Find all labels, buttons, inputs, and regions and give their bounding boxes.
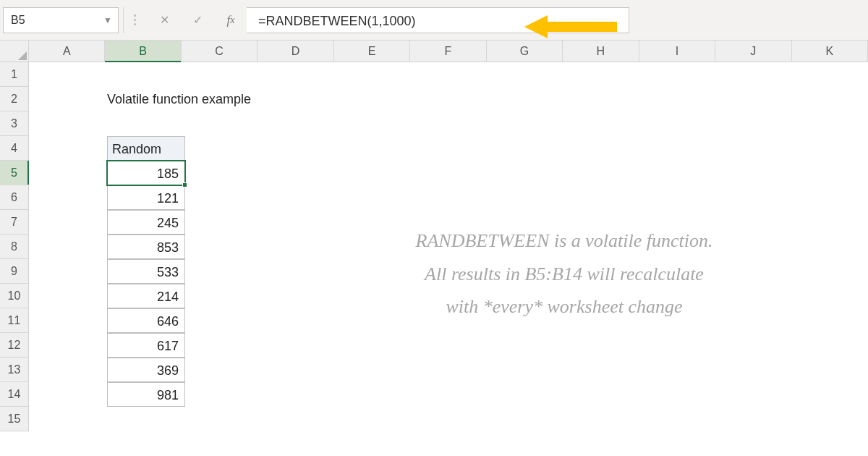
row-header[interactable]: 5 — [0, 161, 28, 185]
divider — [123, 7, 124, 33]
annotation-line: All results in B5:B14 will recalculate — [304, 258, 825, 291]
column-header[interactable]: B — [105, 41, 181, 62]
table-cell[interactable]: 981 — [107, 382, 185, 407]
table-cell[interactable]: 617 — [107, 333, 185, 358]
formula-input[interactable]: =RANDBETWEEN(1,1000) — [247, 7, 629, 33]
formula-bar: B5 ▼ ✕ ✓ fx =RANDBETWEEN(1,1000) — [0, 0, 868, 41]
row-header[interactable]: 15 — [0, 407, 28, 431]
column-header[interactable]: J — [715, 41, 791, 62]
row-header[interactable]: 6 — [0, 185, 28, 210]
column-header[interactable]: I — [639, 41, 715, 62]
table-cell[interactable]: 121 — [107, 185, 185, 210]
table-cell[interactable]: 853 — [107, 235, 185, 259]
table-cell[interactable]: 245 — [107, 210, 185, 235]
row-header[interactable]: 4 — [0, 136, 28, 161]
annotation-note: RANDBETWEEN is a volatile function. All … — [304, 224, 825, 324]
column-header[interactable]: A — [29, 41, 105, 62]
column-header[interactable]: D — [258, 41, 333, 62]
name-box-value: B5 — [11, 14, 25, 27]
row-header[interactable]: 3 — [0, 111, 28, 136]
row-header[interactable]: 1 — [0, 62, 28, 87]
row-header[interactable]: 11 — [0, 308, 28, 333]
column-header[interactable]: K — [792, 41, 868, 62]
row-header[interactable]: 2 — [0, 87, 28, 111]
table-cell[interactable]: 646 — [107, 308, 185, 333]
more-icon[interactable] — [134, 10, 141, 30]
column-header[interactable]: E — [334, 41, 410, 62]
enter-icon[interactable]: ✓ — [187, 10, 208, 30]
column-header[interactable]: C — [182, 41, 258, 62]
name-box[interactable]: B5 ▼ — [3, 7, 119, 33]
fx-icon[interactable]: fx — [221, 10, 241, 30]
annotation-line: RANDBETWEEN is a volatile function. — [304, 224, 825, 258]
row-header[interactable]: 8 — [0, 235, 28, 259]
table-cell[interactable]: 369 — [107, 358, 185, 382]
annotation-line: with *every* worksheet change — [304, 290, 825, 324]
row-header[interactable]: 13 — [0, 358, 28, 382]
row-header[interactable]: 9 — [0, 259, 28, 284]
sheet-title: Volatile function example — [107, 87, 251, 111]
column-header[interactable]: G — [487, 41, 563, 62]
cancel-icon[interactable]: ✕ — [154, 10, 174, 30]
row-header[interactable]: 7 — [0, 210, 28, 235]
formula-bar-actions: ✕ ✓ fx — [128, 10, 247, 30]
table-cell[interactable]: 214 — [107, 284, 185, 308]
formula-text: =RANDBETWEEN(1,1000) — [258, 14, 416, 28]
table-cell[interactable]: 185 — [107, 161, 185, 185]
row-header[interactable]: 14 — [0, 382, 28, 407]
row-header[interactable]: 12 — [0, 333, 28, 358]
table-cell[interactable]: 533 — [107, 259, 185, 284]
table-header-cell[interactable]: Random — [107, 136, 185, 161]
select-all-corner[interactable] — [0, 41, 29, 62]
column-headers: ABCDEFGHIJK — [29, 41, 868, 62]
row-headers: 123456789101112131415 — [0, 62, 29, 431]
chevron-down-icon[interactable]: ▼ — [103, 15, 112, 25]
column-header[interactable]: H — [563, 41, 639, 62]
row-header[interactable]: 10 — [0, 284, 28, 308]
column-header[interactable]: F — [410, 41, 486, 62]
